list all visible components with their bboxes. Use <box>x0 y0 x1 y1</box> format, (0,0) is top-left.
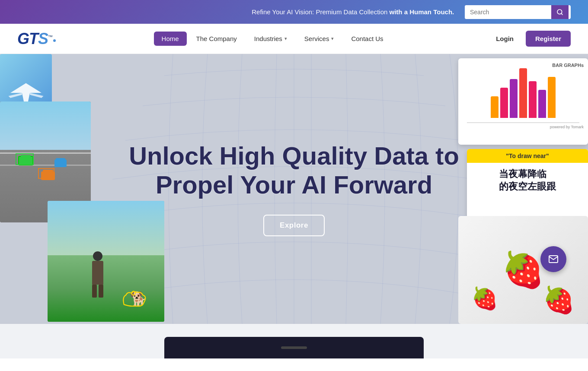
nav-contact[interactable]: Contact Us <box>343 32 391 46</box>
logo-dot <box>53 39 56 42</box>
announcement: Refine Your AI Vision: Premium Data Coll… <box>241 8 465 16</box>
float-email-button[interactable] <box>540 246 566 272</box>
email-icon <box>548 254 559 264</box>
announcement-bold: with a Human Touch. <box>390 8 454 16</box>
bottom-device-hint <box>164 337 424 358</box>
top-bar: Refine Your AI Vision: Premium Data Coll… <box>0 0 588 24</box>
explore-button[interactable]: Explore <box>263 215 325 236</box>
register-button[interactable]: Register <box>526 31 571 47</box>
nav-company[interactable]: The Company <box>189 32 245 46</box>
login-button[interactable]: Login <box>489 32 521 46</box>
logo-text: GTS™ <box>17 30 52 48</box>
industries-chevron-icon: ▾ <box>284 36 287 41</box>
search-button[interactable] <box>551 5 569 19</box>
nav-links: Home The Company Industries ▾ Services ▾… <box>154 32 391 46</box>
svg-line-1 <box>561 13 562 15</box>
hero-title: Unlock High Quality Data to Propel Your … <box>129 142 459 199</box>
services-chevron-icon: ▾ <box>331 36 334 41</box>
nav-services[interactable]: Services ▾ <box>297 32 342 46</box>
nav-bar: GTS™ Home The Company Industries ▾ Servi… <box>0 24 588 54</box>
hero-section: .grid-line { stroke: #8899cc; stroke-wid… <box>0 54 588 324</box>
bottom-section <box>0 324 588 358</box>
search-icon <box>556 9 563 16</box>
bottom-bar <box>281 346 307 349</box>
hero-center: Unlock High Quality Data to Propel Your … <box>0 54 588 324</box>
nav-industries[interactable]: Industries ▾ <box>246 32 295 46</box>
search-box <box>465 5 571 19</box>
logo[interactable]: GTS™ <box>17 30 56 48</box>
search-input[interactable] <box>465 5 551 19</box>
nav-home[interactable]: Home <box>154 32 187 46</box>
nav-auth: Login Register <box>489 31 571 47</box>
announcement-normal: Refine Your AI Vision: Premium Data Coll… <box>252 8 389 16</box>
